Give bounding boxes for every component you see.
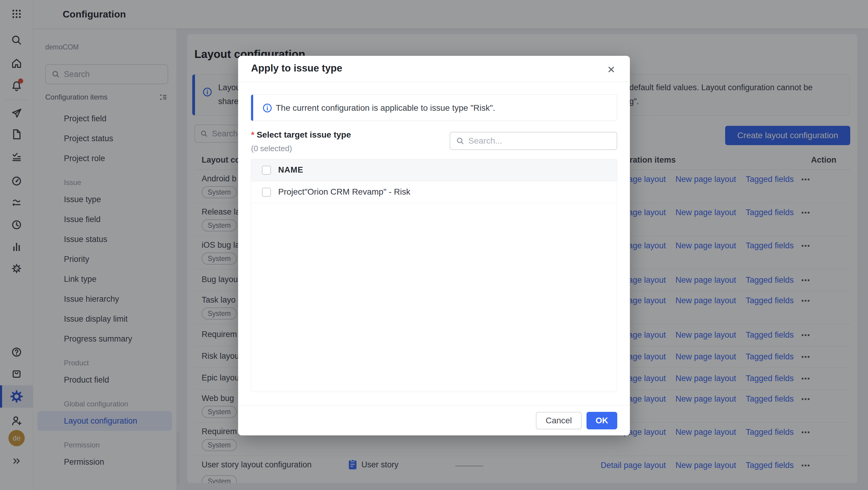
- alert-message: The current configuration is applicable …: [276, 103, 495, 113]
- search-icon: [456, 136, 465, 145]
- select-all-checkbox[interactable]: [262, 166, 271, 175]
- screen: Configuration: [0, 0, 868, 490]
- dialog-info-alert: The current configuration is applicable …: [251, 94, 617, 121]
- issue-type-search-input[interactable]: Search...: [450, 132, 617, 150]
- dialog-footer: Cancel OK: [238, 405, 630, 435]
- issue-type-table: NAME Project"Orion CRM Revamp" - Risk: [251, 159, 617, 392]
- info-icon: [262, 103, 273, 113]
- cancel-button[interactable]: Cancel: [536, 412, 582, 429]
- row-checkbox[interactable]: [262, 188, 271, 197]
- select-target-label: * Select target issue type: [251, 130, 351, 140]
- required-asterisk: *: [251, 130, 254, 139]
- dialog-header: Apply to issue type ✕: [238, 56, 630, 82]
- column-header-name: NAME: [278, 165, 304, 175]
- selected-count: (0 selected): [251, 144, 292, 153]
- dialog-title: Apply to issue type: [251, 62, 342, 74]
- alert-accent-bar: [251, 95, 253, 121]
- issue-type-search-placeholder: Search...: [468, 136, 502, 146]
- apply-to-issue-type-dialog: Apply to issue type ✕ The current config…: [238, 56, 630, 435]
- issue-type-name: Project"Orion CRM Revamp" - Risk: [278, 187, 410, 197]
- close-icon[interactable]: ✕: [604, 63, 618, 76]
- issue-type-table-header: NAME: [251, 159, 617, 181]
- issue-type-row[interactable]: Project"Orion CRM Revamp" - Risk: [251, 181, 617, 203]
- ok-button[interactable]: OK: [587, 412, 617, 429]
